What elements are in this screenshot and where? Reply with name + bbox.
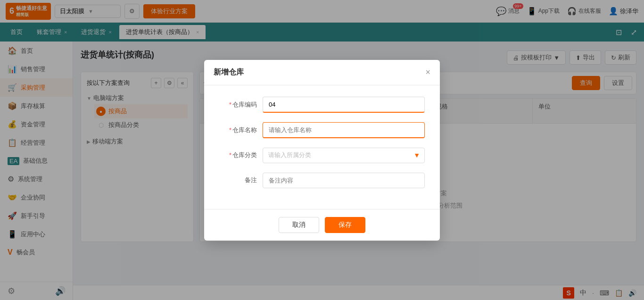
warehouse-note-input[interactable] <box>263 173 425 188</box>
modal-body: 仓库编码 仓库名称 仓库分类 ▼ 请输入所属分类 备注 <box>204 85 440 209</box>
modal-header: 新增仓库 × <box>204 60 440 85</box>
name-label: 仓库名称 <box>219 126 257 134</box>
warehouse-category-select[interactable] <box>263 148 425 163</box>
form-row-category: 仓库分类 ▼ 请输入所属分类 <box>219 148 425 163</box>
modal-title: 新增仓库 <box>214 67 244 77</box>
note-label: 备注 <box>219 176 257 184</box>
warehouse-name-input[interactable] <box>263 122 425 138</box>
modal-footer: 取消 保存 <box>204 209 440 241</box>
new-warehouse-modal: 新增仓库 × 仓库编码 仓库名称 仓库分类 ▼ 请输入所属分类 <box>204 60 440 241</box>
modal-close-button[interactable]: × <box>425 67 430 77</box>
form-row-code: 仓库编码 <box>219 97 425 113</box>
code-label: 仓库编码 <box>219 100 257 109</box>
category-label: 仓库分类 <box>219 151 257 159</box>
cancel-button[interactable]: 取消 <box>279 217 319 233</box>
form-row-name: 仓库名称 <box>219 122 425 138</box>
category-select-wrapper: ▼ 请输入所属分类 <box>263 148 425 163</box>
form-row-note: 备注 <box>219 173 425 188</box>
warehouse-code-input[interactable] <box>263 97 425 113</box>
save-button[interactable]: 保存 <box>325 217 365 233</box>
modal-overlay[interactable]: 新增仓库 × 仓库编码 仓库名称 仓库分类 ▼ 请输入所属分类 <box>0 0 644 300</box>
